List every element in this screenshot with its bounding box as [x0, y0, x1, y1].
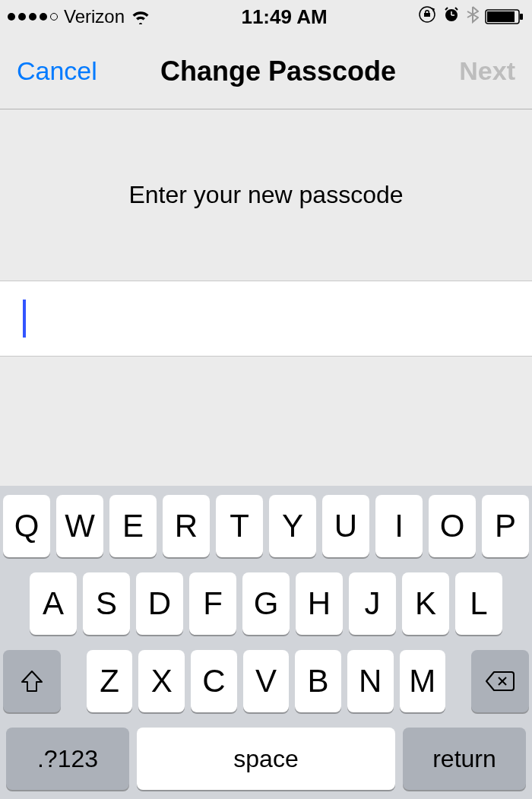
key-v[interactable]: V	[243, 650, 290, 712]
shift-key[interactable]	[3, 650, 61, 712]
keyboard-row-2: A S D F G H J K L	[3, 572, 529, 635]
key-x[interactable]: X	[138, 650, 185, 712]
svg-rect-7	[487, 11, 515, 22]
key-j[interactable]: J	[349, 572, 396, 635]
svg-line-4	[445, 8, 448, 10]
key-u[interactable]: U	[322, 495, 369, 557]
key-s[interactable]: S	[83, 572, 130, 635]
key-e[interactable]: E	[109, 495, 157, 557]
signal-strength-icon	[8, 13, 58, 21]
key-p[interactable]: P	[482, 495, 529, 557]
key-n[interactable]: N	[347, 650, 394, 712]
status-left: Verizon	[8, 6, 150, 27]
shift-icon	[19, 668, 45, 694]
battery-icon	[485, 8, 524, 25]
backspace-icon	[485, 670, 515, 693]
key-z[interactable]: Z	[87, 650, 133, 712]
key-g[interactable]: G	[242, 572, 290, 635]
alarm-icon	[442, 5, 461, 28]
key-t[interactable]: T	[216, 495, 263, 557]
backspace-key[interactable]	[471, 650, 529, 712]
prompt-area: Enter your new passcode	[0, 109, 532, 281]
return-key[interactable]: return	[403, 728, 526, 790]
nav-bar: Cancel Change Passcode Next	[0, 33, 532, 109]
carrier-label: Verizon	[64, 6, 125, 27]
keyboard-row-1: Q W E R T Y U I O P	[3, 495, 529, 557]
keyboard-row-4: .?123 space return	[3, 728, 529, 790]
space-key[interactable]: space	[137, 728, 395, 790]
key-r[interactable]: R	[163, 495, 210, 557]
key-k[interactable]: K	[402, 572, 449, 635]
keyboard: Q W E R T Y U I O P A S D F G H J K L Z …	[0, 486, 532, 799]
key-f[interactable]: F	[189, 572, 236, 635]
key-c[interactable]: C	[191, 650, 237, 712]
key-o[interactable]: O	[429, 495, 476, 557]
orientation-lock-icon	[418, 5, 436, 28]
key-a[interactable]: A	[30, 572, 77, 635]
key-b[interactable]: B	[295, 650, 341, 712]
cancel-button[interactable]: Cancel	[17, 56, 97, 86]
status-right	[418, 5, 524, 28]
bluetooth-icon	[467, 5, 479, 28]
svg-rect-8	[520, 14, 523, 20]
svg-line-5	[455, 8, 458, 10]
keyboard-row-3: Z X C V B N M	[3, 650, 529, 712]
page-title: Change Passcode	[160, 55, 396, 87]
passcode-input[interactable]	[0, 281, 532, 357]
key-w[interactable]: W	[56, 495, 103, 557]
key-h[interactable]: H	[296, 572, 343, 635]
key-i[interactable]: I	[375, 495, 423, 557]
status-bar: Verizon 11:49 AM	[0, 0, 532, 33]
key-m[interactable]: M	[400, 650, 446, 712]
key-q[interactable]: Q	[3, 495, 50, 557]
next-button[interactable]: Next	[459, 56, 515, 86]
key-l[interactable]: L	[455, 572, 502, 635]
prompt-text: Enter your new passcode	[128, 181, 403, 209]
text-cursor	[23, 300, 26, 338]
content-area: Enter your new passcode	[0, 109, 532, 357]
status-time: 11:49 AM	[241, 5, 327, 29]
numeric-symbol-key[interactable]: .?123	[6, 728, 129, 790]
key-d[interactable]: D	[136, 572, 183, 635]
wifi-icon	[131, 9, 150, 24]
key-y[interactable]: Y	[269, 495, 316, 557]
